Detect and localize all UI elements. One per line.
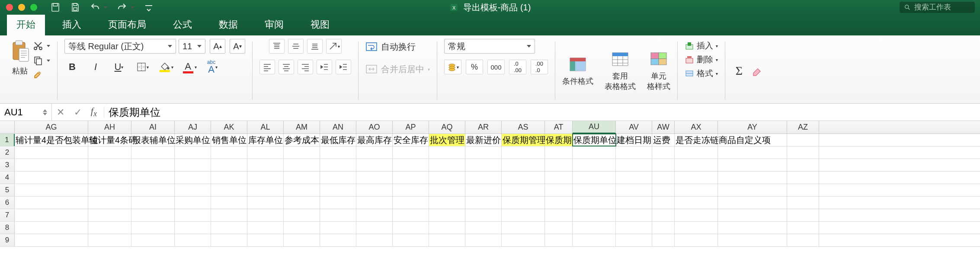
col-header-AZ[interactable]: AZ bbox=[787, 121, 819, 134]
cell-AY4[interactable] bbox=[718, 172, 787, 184]
cell-AV5[interactable] bbox=[616, 184, 652, 196]
cell-AJ6[interactable] bbox=[175, 197, 211, 209]
cell-AM1[interactable]: 参考成本 bbox=[284, 134, 320, 146]
cell-AG5[interactable] bbox=[15, 184, 88, 196]
cell-AH8[interactable] bbox=[88, 222, 131, 234]
cell-AZ6[interactable] bbox=[787, 197, 819, 209]
formula-input[interactable]: 保质期单位 bbox=[104, 105, 980, 119]
cell-AY7[interactable] bbox=[718, 209, 787, 221]
cell-AQ3[interactable] bbox=[429, 159, 465, 171]
cell-AR2[interactable] bbox=[465, 146, 502, 159]
cell-AH6[interactable] bbox=[88, 197, 131, 209]
cell-AS8[interactable] bbox=[502, 222, 545, 234]
col-header-AU[interactable]: AU bbox=[573, 121, 616, 134]
format-painter-button[interactable] bbox=[33, 70, 50, 80]
cell-AV4[interactable] bbox=[616, 172, 652, 184]
cell-AX4[interactable] bbox=[675, 172, 718, 184]
cell-AI5[interactable] bbox=[131, 184, 175, 196]
cell-AU6[interactable] bbox=[573, 197, 616, 209]
cell-AG6[interactable] bbox=[15, 197, 88, 209]
ribbon-tab-0[interactable]: 开始 bbox=[7, 14, 45, 35]
align-middle-button[interactable] bbox=[288, 39, 304, 54]
cell-AV1[interactable]: 建档日期 bbox=[616, 134, 652, 146]
cell-AS2[interactable] bbox=[502, 146, 545, 159]
insert-cells-button[interactable]: 插入▾ bbox=[685, 39, 718, 53]
cell-AN6[interactable] bbox=[320, 197, 356, 209]
row-header-1[interactable]: 1 bbox=[0, 134, 15, 146]
cell-AM6[interactable] bbox=[284, 197, 320, 209]
cell-AZ9[interactable] bbox=[787, 234, 819, 246]
cell-AS5[interactable] bbox=[502, 184, 545, 196]
cell-AN2[interactable] bbox=[320, 146, 356, 159]
font-size-combobox[interactable]: 11 bbox=[179, 39, 205, 54]
cell-AQ6[interactable] bbox=[429, 197, 465, 209]
cell-AY9[interactable] bbox=[718, 234, 787, 246]
cell-AI8[interactable] bbox=[131, 222, 175, 234]
number-format-combobox[interactable]: 常规 bbox=[444, 39, 535, 54]
cell-AK4[interactable] bbox=[211, 172, 247, 184]
name-box[interactable]: AU1 bbox=[0, 104, 52, 121]
cell-AK1[interactable]: 销售单位 bbox=[211, 134, 247, 146]
cell-AQ9[interactable] bbox=[429, 234, 465, 246]
cell-AZ2[interactable] bbox=[787, 146, 819, 159]
cell-AP7[interactable] bbox=[393, 209, 429, 221]
cell-AV9[interactable] bbox=[616, 234, 652, 246]
search-input[interactable] bbox=[914, 3, 970, 12]
cell-AO4[interactable] bbox=[356, 172, 393, 184]
cell-AZ1[interactable] bbox=[787, 134, 819, 146]
cell-AT8[interactable] bbox=[545, 222, 573, 234]
cell-AN4[interactable] bbox=[320, 172, 356, 184]
window-zoom-button[interactable] bbox=[30, 4, 37, 11]
cell-AS9[interactable] bbox=[502, 234, 545, 246]
cell-AS7[interactable] bbox=[502, 209, 545, 221]
borders-button[interactable]: ▾ bbox=[135, 60, 150, 74]
col-header-AS[interactable]: AS bbox=[502, 121, 545, 134]
cell-AR6[interactable] bbox=[465, 197, 502, 209]
cell-AX6[interactable] bbox=[675, 197, 718, 209]
cell-AJ5[interactable] bbox=[175, 184, 211, 196]
col-header-AP[interactable]: AP bbox=[393, 121, 429, 134]
cell-AO2[interactable] bbox=[356, 146, 393, 159]
comma-format-button[interactable]: 000 bbox=[487, 60, 505, 74]
cell-AZ4[interactable] bbox=[787, 172, 819, 184]
row-header-3[interactable]: 3 bbox=[0, 159, 15, 171]
align-right-button[interactable] bbox=[298, 60, 313, 74]
cell-AL5[interactable] bbox=[247, 184, 284, 196]
cell-AK3[interactable] bbox=[211, 159, 247, 171]
cell-AX2[interactable] bbox=[675, 146, 718, 159]
cell-AL6[interactable] bbox=[247, 197, 284, 209]
save-button[interactable] bbox=[70, 2, 80, 13]
cell-AK8[interactable] bbox=[211, 222, 247, 234]
cell-AR7[interactable] bbox=[465, 209, 502, 221]
cell-AQ1[interactable]: 批次管理 bbox=[429, 134, 465, 146]
row-header-7[interactable]: 7 bbox=[0, 209, 15, 221]
cell-AJ9[interactable] bbox=[175, 234, 211, 246]
cell-AW9[interactable] bbox=[652, 234, 675, 246]
cell-AR3[interactable] bbox=[465, 159, 502, 171]
cell-AL2[interactable] bbox=[247, 146, 284, 159]
cell-AX9[interactable] bbox=[675, 234, 718, 246]
format-as-table-button[interactable]: 套用 表格格式 bbox=[605, 50, 636, 92]
window-minimize-button[interactable] bbox=[18, 4, 25, 11]
cell-AH4[interactable] bbox=[88, 172, 131, 184]
cell-AS4[interactable] bbox=[502, 172, 545, 184]
align-left-button[interactable] bbox=[259, 60, 275, 74]
cell-AR4[interactable] bbox=[465, 172, 502, 184]
accounting-format-button[interactable]: ▾ bbox=[444, 60, 461, 74]
cell-AW8[interactable] bbox=[652, 222, 675, 234]
cell-AL8[interactable] bbox=[247, 222, 284, 234]
cell-AK7[interactable] bbox=[211, 209, 247, 221]
cell-AQ4[interactable] bbox=[429, 172, 465, 184]
cell-AT6[interactable] bbox=[545, 197, 573, 209]
undo-button[interactable] bbox=[90, 2, 107, 13]
cell-AJ8[interactable] bbox=[175, 222, 211, 234]
cell-AW3[interactable] bbox=[652, 159, 675, 171]
orientation-button[interactable]: ▾ bbox=[326, 39, 342, 54]
cell-AV6[interactable] bbox=[616, 197, 652, 209]
cell-AO9[interactable] bbox=[356, 234, 393, 246]
col-header-AQ[interactable]: AQ bbox=[429, 121, 465, 134]
cell-AT7[interactable] bbox=[545, 209, 573, 221]
font-name-combobox[interactable]: 等线 Regular (正文) bbox=[64, 39, 176, 54]
cell-AH9[interactable] bbox=[88, 234, 131, 246]
decrease-decimal-button[interactable]: .00.0 bbox=[531, 60, 548, 74]
